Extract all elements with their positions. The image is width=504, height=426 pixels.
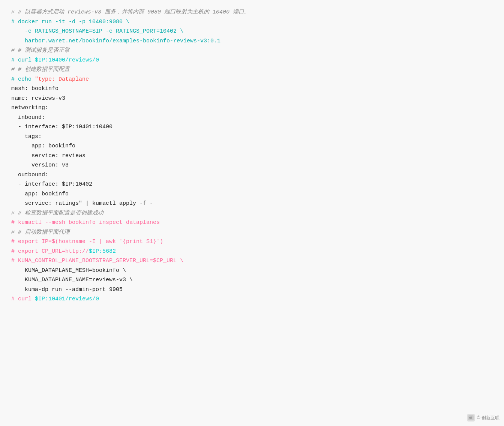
code-token: service: reviews xyxy=(11,153,86,159)
code-line: # # 测试服务是否正常 xyxy=(11,46,493,56)
code-line: # kumactl --mesh bookinfo inspect datapl… xyxy=(11,218,493,228)
code-container: # # 以容器方式启动 reviews-v3 服务，并将内部 9080 端口映射… xyxy=(0,0,504,426)
code-line: - interface: $IP:10401:10400 xyxy=(11,122,493,132)
code-line: # curl $IP:10400/reviews/0 xyxy=(11,56,493,65)
code-token: outbound: xyxy=(11,172,48,178)
code-line: mesh: bookinfo xyxy=(11,84,493,94)
code-token: # export IP=$(hostname -I | awk '{print … xyxy=(11,238,163,245)
code-line: app: bookinfo xyxy=(11,189,493,199)
code-token: # # 测试服务是否正常 xyxy=(11,47,70,54)
code-line: # # 创建数据平面配置 xyxy=(11,65,493,75)
code-line: - interface: $IP:10402 xyxy=(11,180,493,189)
code-token: # kumactl --mesh bookinfo inspect datapl… xyxy=(11,219,160,226)
code-line: KUMA_DATAPLANE_MESH=bookinfo \ xyxy=(11,266,493,276)
watermark-text: © 创新互联 xyxy=(477,415,500,421)
code-line: # curl $IP:10401/reviews/0 xyxy=(11,294,493,304)
code-token: mesh: bookinfo xyxy=(11,86,58,92)
code-line: service: reviews xyxy=(11,151,493,161)
code-token: KUMA_DATAPLANE_NAME=reviews-v3 \ xyxy=(11,277,133,283)
code-line: KUMA_DATAPLANE_NAME=reviews-v3 \ xyxy=(11,275,493,285)
code-line: name: reviews-v3 xyxy=(11,94,493,104)
code-token: # # 启动数据平面代理 xyxy=(11,229,70,236)
code-token: - interface: $IP:10402 xyxy=(11,181,92,188)
code-line: # docker run -it -d -p 10400:9080 \ xyxy=(11,17,493,27)
code-token: app: bookinfo xyxy=(11,191,69,197)
code-line: app: bookinfo xyxy=(11,141,493,151)
code-block: # # 以容器方式启动 reviews-v3 服务，并将内部 9080 端口映射… xyxy=(11,8,493,304)
code-token: # curl xyxy=(11,57,35,63)
code-line: # export CP_URL=http://$IP:5682 xyxy=(11,247,493,256)
code-token: tags: xyxy=(11,134,42,140)
code-token: networking: xyxy=(11,105,48,111)
code-token: # export CP_URL=http:// xyxy=(11,248,89,255)
code-line: # KUMA_CONTROL_PLANE_BOOTSTRAP_SERVER_UR… xyxy=(11,256,493,266)
code-token: name: reviews-v3 xyxy=(11,95,65,102)
code-token: app: bookinfo xyxy=(11,143,75,149)
code-token: inbound: xyxy=(11,114,45,121)
code-token: "type: Dataplane xyxy=(35,76,89,82)
code-line: -e RATINGS_HOSTNAME=$IP -e RATINGS_PORT=… xyxy=(11,27,493,36)
code-line: harbor.waret.net/bookinfo/examples-booki… xyxy=(11,36,493,46)
code-line: inbound: xyxy=(11,113,493,123)
code-line: # # 检查数据平面配置是否创建成功 xyxy=(11,208,493,218)
code-token: # # 创建数据平面配置 xyxy=(11,66,70,73)
code-line: service: ratings" | kumactl apply -f - xyxy=(11,199,493,208)
watermark-icon: 创 xyxy=(467,414,475,422)
code-line: # # 以容器方式启动 reviews-v3 服务，并将内部 9080 端口映射… xyxy=(11,8,493,17)
code-line: version: v3 xyxy=(11,160,493,170)
code-token: # # 以容器方式启动 reviews-v3 服务，并将内部 9080 端口映射… xyxy=(11,9,250,15)
code-line: outbound: xyxy=(11,170,493,180)
watermark: 创 © 创新互联 xyxy=(467,414,500,422)
code-token: KUMA_DATAPLANE_MESH=bookinfo \ xyxy=(11,267,126,274)
code-line: networking: xyxy=(11,103,493,113)
code-line: # echo "type: Dataplane xyxy=(11,75,493,84)
code-line: # # 启动数据平面代理 xyxy=(11,228,493,237)
code-line: kuma-dp run --admin-port 9905 xyxy=(11,285,493,295)
code-token: $IP:10401/reviews/0 xyxy=(35,296,99,302)
code-token: $IP:5682 xyxy=(89,248,116,255)
code-line: tags: xyxy=(11,132,493,142)
code-token: kuma-dp run --admin-port 9905 xyxy=(11,286,123,293)
code-token: harbor.waret.net/bookinfo/examples-booki… xyxy=(11,38,220,44)
code-token: service: ratings" | kumactl apply -f - xyxy=(11,200,153,207)
code-token: # echo xyxy=(11,76,35,82)
code-token: # docker run -it -d -p 10400:9080 \ xyxy=(11,19,129,25)
code-token: # KUMA_CONTROL_PLANE_BOOTSTRAP_SERVER_UR… xyxy=(11,258,183,264)
code-token: $IP:10400/reviews/0 xyxy=(35,57,99,63)
code-line: # export IP=$(hostname -I | awk '{print … xyxy=(11,237,493,247)
code-token: # curl xyxy=(11,296,35,302)
code-token: # # 检查数据平面配置是否创建成功 xyxy=(11,210,104,216)
code-token: - interface: $IP:10401:10400 xyxy=(11,124,112,130)
code-token: -e RATINGS_HOSTNAME=$IP -e RATINGS_PORT=… xyxy=(11,28,183,34)
svg-text:创: 创 xyxy=(469,416,472,420)
code-token: version: v3 xyxy=(11,162,69,168)
